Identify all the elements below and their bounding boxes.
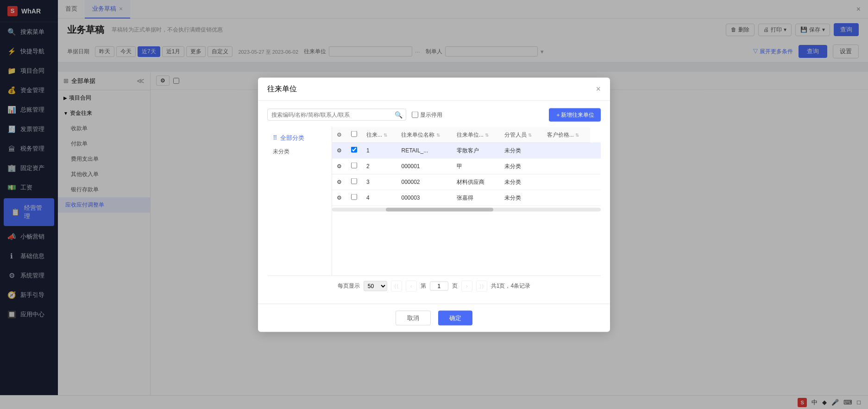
col-category-header: 往来单位... ⇅	[452, 127, 500, 143]
sort-name-icon[interactable]: ⇅	[436, 132, 440, 137]
page-prev-btn[interactable]: ‹	[406, 280, 417, 291]
row-settings[interactable]: ⚙	[332, 174, 346, 190]
partner-modal: 往来单位 × 🔍 显示停用 ＋新增往来单位 ⠿ 全部分类 未分类	[258, 77, 610, 332]
partner-search-input[interactable]	[267, 109, 406, 121]
table-row[interactable]: ⚙ 1 RETAIL_... 零散客户 未分类	[332, 143, 601, 158]
per-page-select[interactable]: 50 100 200	[364, 281, 387, 291]
row-code: 000001	[396, 158, 452, 174]
table-row[interactable]: ⚙ 2 000001 甲 未分类	[332, 158, 601, 174]
row-code: 000002	[396, 174, 452, 190]
table-select-all[interactable]	[351, 131, 357, 137]
modal-footer: 取消 确定	[258, 303, 610, 332]
row-category: 未分类	[500, 174, 542, 190]
col-manager-header: 分管人员 ⇅	[500, 127, 542, 143]
table-row[interactable]: ⚙ 4 000003 张嘉得 未分类	[332, 190, 601, 206]
total-label: 共1页，4条记录	[491, 282, 530, 290]
row-checkbox[interactable]	[346, 158, 362, 174]
per-page-label: 每页显示	[338, 282, 360, 290]
row-name: 张嘉得	[452, 190, 500, 206]
row-checkbox[interactable]	[346, 143, 362, 158]
row-name: 零散客户	[452, 143, 500, 158]
row-settings[interactable]: ⚙	[332, 190, 346, 206]
col-price-header: 客户价格... ⇅	[542, 127, 590, 143]
row-index: 2	[362, 158, 396, 174]
row-code: RETAIL_...	[396, 143, 452, 158]
row-price-level	[590, 174, 601, 190]
table-row[interactable]: ⚙ 3 000002 材料供应商 未分类	[332, 174, 601, 190]
confirm-button[interactable]: 确定	[438, 310, 472, 325]
row-checkbox[interactable]	[346, 174, 362, 190]
row-category: 未分类	[500, 143, 542, 158]
row-price-level	[590, 190, 601, 206]
row-manager	[542, 174, 590, 190]
sort-price-icon[interactable]: ⇅	[575, 132, 579, 137]
row-index: 4	[362, 190, 396, 206]
col-check-header[interactable]	[346, 127, 362, 143]
modal-title: 往来单位	[267, 84, 297, 94]
add-partner-button[interactable]: ＋新增往来单位	[549, 108, 601, 121]
page-number-input[interactable]	[430, 281, 448, 290]
modal-content-area: ⠿ 全部分类 未分类 ⚙ 往来... ⇅	[267, 127, 601, 275]
show-disabled-checkbox[interactable]	[412, 112, 418, 118]
pagination: 每页显示 50 100 200 ⟨⟨ ‹ 第 页 › ⟩⟩ 共1页，4条记录	[267, 275, 601, 296]
category-all-icon: ⠿	[273, 134, 277, 141]
sort-code-icon[interactable]: ⇅	[384, 132, 387, 137]
row-code: 000003	[396, 190, 452, 206]
row-manager	[542, 158, 590, 174]
modal-toolbar: 🔍 显示停用 ＋新增往来单位	[267, 108, 601, 121]
row-checkbox[interactable]	[346, 190, 362, 206]
row-price-level	[590, 158, 601, 174]
category-tree: ⠿ 全部分类 未分类	[267, 127, 332, 275]
page-label: 第	[421, 282, 426, 290]
modal-body: 🔍 显示停用 ＋新增往来单位 ⠿ 全部分类 未分类	[258, 101, 610, 303]
row-category: 未分类	[500, 190, 542, 206]
category-unclassified[interactable]: 未分类	[267, 145, 332, 158]
cancel-button[interactable]: 取消	[396, 310, 431, 325]
page-first-btn[interactable]: ⟨⟨	[391, 280, 402, 291]
sort-category-icon[interactable]: ⇅	[485, 132, 489, 137]
row-manager	[542, 190, 590, 206]
show-disabled-label: 显示停用	[412, 111, 442, 119]
row-index: 1	[362, 143, 396, 158]
col-settings-header[interactable]: ⚙	[332, 127, 346, 143]
scroll-thumb	[386, 208, 493, 211]
row-price-level	[590, 143, 601, 158]
row-settings[interactable]: ⚙	[332, 158, 346, 174]
table-scrollbar[interactable]	[332, 208, 601, 211]
category-all[interactable]: ⠿ 全部分类	[267, 131, 332, 145]
col-code-header: 往来... ⇅	[362, 127, 396, 143]
search-icon: 🔍	[395, 111, 403, 119]
row-category: 未分类	[500, 158, 542, 174]
row-index: 3	[362, 174, 396, 190]
row-name: 甲	[452, 158, 500, 174]
partner-table: ⚙ 往来... ⇅ 往来单位名称 ⇅ 往来单位...	[332, 127, 601, 275]
page-next-btn[interactable]: ›	[461, 280, 472, 291]
col-name-header: 往来单位名称 ⇅	[396, 127, 452, 143]
row-name: 材料供应商	[452, 174, 500, 190]
modal-close-button[interactable]: ×	[596, 84, 601, 94]
sort-manager-icon[interactable]: ⇅	[528, 132, 532, 137]
page-suffix: 页	[452, 282, 458, 290]
row-settings[interactable]: ⚙	[332, 143, 346, 158]
row-manager	[542, 143, 590, 158]
search-wrap: 🔍	[267, 109, 406, 121]
page-last-btn[interactable]: ⟩⟩	[476, 280, 487, 291]
modal-header: 往来单位 ×	[258, 77, 610, 101]
